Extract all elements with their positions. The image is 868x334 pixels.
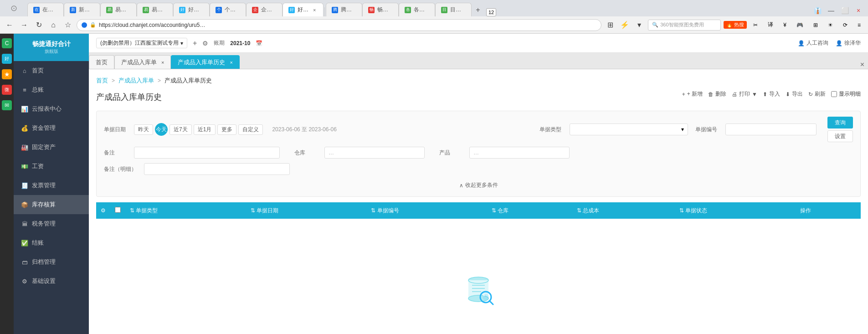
- table-header-doc-status[interactable]: ⇅ 单据状态: [675, 202, 796, 219]
- date-btn-more[interactable]: 更多: [217, 124, 236, 135]
- maximize-button[interactable]: ⬜: [839, 5, 851, 16]
- translate-icon[interactable]: 译: [764, 20, 777, 30]
- settings-button[interactable]: 设置: [827, 130, 853, 142]
- customize-icon[interactable]: 👔: [812, 5, 823, 16]
- scissor-icon[interactable]: ✂: [750, 21, 761, 29]
- sidebar-item-salary[interactable]: 💵 工资: [14, 157, 89, 176]
- url-bar[interactable]: 🔒 https://cloud.chanjet.com/accounting/u…: [77, 19, 601, 31]
- tab-close-icon[interactable]: ×: [313, 7, 316, 13]
- company-settings-icon[interactable]: ⚙: [202, 40, 208, 47]
- yen-icon[interactable]: ¥: [780, 21, 790, 29]
- table-header-doc-number[interactable]: ⇅ 单据编号: [366, 202, 487, 219]
- date-btn-1month[interactable]: 近1月: [194, 124, 216, 135]
- doc-type-select[interactable]: ▾: [570, 123, 688, 135]
- bookmark-button[interactable]: ☆: [62, 19, 74, 31]
- sidebar-item-home[interactable]: ⌂ 首页: [14, 61, 89, 80]
- date-btn-7days[interactable]: 近7天: [169, 124, 192, 135]
- new-tab-button[interactable]: +: [472, 4, 484, 16]
- date-btn-yesterday[interactable]: 昨天: [134, 124, 153, 135]
- panel-close-button[interactable]: ×: [860, 61, 864, 69]
- game-icon[interactable]: 🎮: [793, 21, 807, 29]
- add-company-button[interactable]: +: [193, 39, 197, 47]
- calendar-icon[interactable]: 📅: [256, 40, 262, 46]
- sidebar-item-invoice[interactable]: 🧾 发票管理: [14, 176, 89, 195]
- table-header-doc-type[interactable]: ⇅ 单据类型: [125, 202, 246, 219]
- select-all-checkbox[interactable]: [115, 207, 121, 213]
- tab-qi[interactable]: 企 企…: [246, 3, 282, 16]
- page-tab-home[interactable]: 首页: [89, 55, 114, 69]
- home-button[interactable]: ⌂: [47, 19, 59, 31]
- extensions-icon[interactable]: ⊞: [604, 19, 616, 31]
- search-button[interactable]: 查询: [827, 117, 853, 128]
- user-avatar[interactable]: 👤 徐泽华: [836, 39, 861, 47]
- page-tab-list[interactable]: 产成品入库单 ×: [114, 55, 171, 69]
- page-tab-history[interactable]: 产成品入库单历史 ×: [171, 55, 239, 69]
- tab-zai[interactable]: 在 在…: [27, 3, 64, 16]
- product-select[interactable]: …: [469, 147, 570, 159]
- print-dropdown-icon[interactable]: ▼: [752, 91, 757, 98]
- table-header-total-cost[interactable]: ⇅ 总成本: [572, 202, 675, 219]
- forward-button[interactable]: →: [18, 19, 30, 31]
- sidebar-item-tax[interactable]: 🏛 税务管理: [14, 214, 89, 233]
- sidebar-item-fixed-assets[interactable]: 🏭 固定资产: [14, 138, 89, 157]
- back-button[interactable]: ←: [4, 19, 15, 31]
- tab-mu[interactable]: 目 目…: [435, 3, 472, 16]
- tab-yi1[interactable]: 易 易…: [100, 3, 137, 16]
- print-button[interactable]: 🖨 打印 ▼: [732, 90, 757, 98]
- sidebar-item-basic[interactable]: ⚙ 基础设置: [14, 272, 89, 291]
- tab-ge2[interactable]: 各 各…: [399, 3, 435, 16]
- app-icon-changjie[interactable]: C: [1, 37, 13, 49]
- app-icon-blue[interactable]: 好: [1, 53, 13, 65]
- breadcrumb-home[interactable]: 首页: [96, 77, 108, 85]
- tab-hao2[interactable]: 好 好… ×: [282, 3, 324, 16]
- ai-consult-button[interactable]: 👤 人工咨询: [798, 39, 828, 47]
- table-header-checkbox[interactable]: [110, 202, 125, 219]
- tab-yi2[interactable]: 易 易…: [137, 3, 173, 16]
- app-icon-mail[interactable]: ✉: [1, 99, 13, 111]
- detail-notes-input[interactable]: [144, 163, 290, 175]
- warehouse-select[interactable]: …: [324, 147, 425, 159]
- minimize-button[interactable]: —: [825, 5, 837, 16]
- date-btn-today[interactable]: 今天: [155, 123, 168, 136]
- table-header-doc-date[interactable]: ⇅ 单据日期: [246, 202, 367, 219]
- table-header-settings[interactable]: ⚙: [96, 202, 110, 219]
- refresh-button[interactable]: ↻ 刷新: [808, 90, 826, 98]
- settings-icon[interactable]: ≡: [854, 21, 864, 29]
- sidebar-item-reports[interactable]: 📊 云报表中心: [14, 99, 89, 118]
- delete-button[interactable]: 🗑 删除: [708, 90, 726, 98]
- company-selector[interactable]: (勿删勿禁用）江西服宝测试专用 ▾: [96, 38, 187, 48]
- show-detail-checkbox[interactable]: [831, 91, 837, 97]
- tab-teng[interactable]: 腾 腾…: [326, 3, 362, 16]
- notes-input[interactable]: [134, 147, 280, 159]
- lightning-icon[interactable]: ⚡: [619, 19, 631, 31]
- tab-new[interactable]: 新 新…: [64, 3, 100, 16]
- sidebar-item-funds[interactable]: 💰 资金管理: [14, 118, 89, 138]
- import-button[interactable]: ⬆ 导入: [763, 90, 780, 98]
- show-detail-toggle[interactable]: 显示明细: [831, 90, 861, 98]
- tab-hao1[interactable]: 好 好…: [173, 3, 210, 16]
- refresh-button[interactable]: ↻: [33, 19, 45, 31]
- page-tab-list-close[interactable]: ×: [161, 60, 164, 65]
- doc-number-input[interactable]: [725, 123, 817, 135]
- app-icon-star[interactable]: ★: [1, 68, 13, 80]
- grid-icon[interactable]: ⊞: [810, 21, 822, 29]
- page-tab-history-close[interactable]: ×: [230, 60, 232, 65]
- date-btn-custom[interactable]: 自定义: [238, 124, 263, 135]
- url-dropdown-icon[interactable]: ▾: [633, 19, 645, 31]
- close-window-button[interactable]: ×: [853, 5, 864, 16]
- sidebar-item-inventory[interactable]: 📦 库存核算: [14, 195, 89, 214]
- export-button[interactable]: ⬇ 导出: [786, 90, 803, 98]
- breadcrumb-list[interactable]: 产成品入库单: [118, 77, 154, 85]
- collapse-button[interactable]: ∧ 收起更多条件: [459, 181, 498, 189]
- tab-ge[interactable]: 个 个…: [210, 3, 246, 16]
- hot-search-badge[interactable]: 🔥 热搜: [724, 21, 747, 29]
- tab-chang[interactable]: 畅 畅…: [362, 3, 399, 16]
- sidebar-item-archive[interactable]: 🗃 归档管理: [14, 252, 89, 272]
- add-button[interactable]: + + 新增: [682, 90, 703, 98]
- app-icon-weibo[interactable]: 微: [1, 84, 13, 96]
- sidebar-item-checkout[interactable]: ✅ 结账: [14, 233, 89, 252]
- sun-icon[interactable]: ☀: [824, 21, 837, 29]
- search-360[interactable]: 🔍 360智能抠图免费用: [648, 20, 721, 31]
- sidebar-item-ledger[interactable]: ≡ 总账: [14, 80, 89, 99]
- table-header-warehouse[interactable]: ⇅ 仓库: [487, 202, 572, 219]
